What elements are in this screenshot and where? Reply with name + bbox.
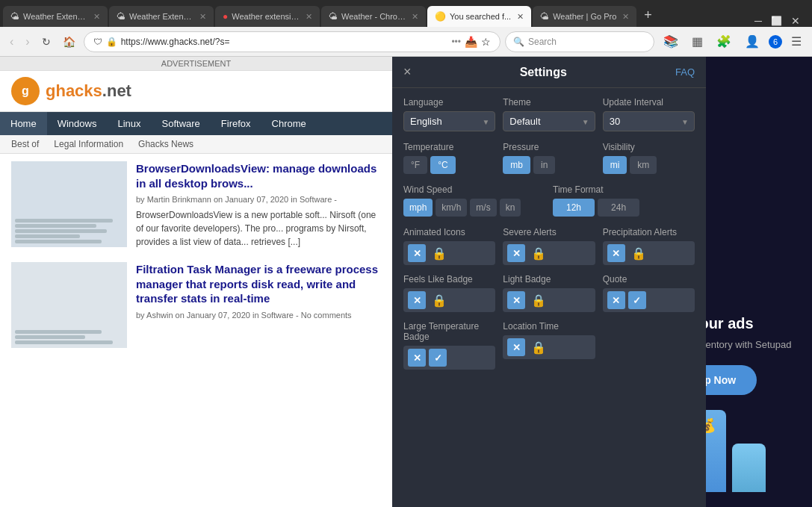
nav-firefox[interactable]: Firefox [211, 112, 261, 135]
more-button[interactable]: ••• [451, 37, 461, 47]
tab-close-2[interactable]: ✕ [199, 12, 206, 22]
logo[interactable]: g ghacks.net [11, 77, 131, 105]
theme-select[interactable]: Default Dark Light [503, 111, 595, 131]
update-interval-select[interactable]: 30 15 60 [603, 111, 695, 131]
quote-x-button[interactable]: ✕ [607, 291, 625, 309]
tab-label-5: You searched f... [450, 12, 511, 21]
animated-icons-lock-icon: 🔒 [432, 246, 447, 261]
precipitation-alerts-toggle: ✕ 🔒 [603, 241, 695, 265]
home-button[interactable]: 🏠 [59, 34, 79, 49]
location-time-x-button[interactable]: ✕ [507, 338, 525, 356]
article-1-title[interactable]: BrowserDownloadsView: manage downloads i… [136, 161, 381, 190]
severe-alerts-x-button[interactable]: ✕ [507, 244, 525, 262]
menu-button[interactable]: ☰ [787, 33, 806, 50]
feels-like-x-button[interactable]: ✕ [408, 291, 426, 309]
animated-icons-x-button[interactable]: ✕ [408, 244, 426, 262]
light-badge-group: Light Badge ✕ 🔒 [503, 274, 595, 312]
time-format-label: Time Format [553, 184, 695, 195]
quote-group: Quote ✕ ✓ [603, 274, 695, 312]
wind-kn-button[interactable]: kn [500, 199, 521, 217]
wind-kmh-button[interactable]: km/h [436, 199, 467, 217]
quote-check-button[interactable]: ✓ [628, 291, 646, 309]
new-tab-button[interactable]: + [638, 7, 658, 23]
nav-linux[interactable]: Linux [107, 112, 151, 135]
quote-label: Quote [603, 274, 695, 284]
location-time-lock-icon: 🔒 [531, 340, 546, 355]
pressure-mb-button[interactable]: mb [503, 156, 530, 174]
visibility-km-button[interactable]: km [630, 156, 657, 174]
sub-nav-legal[interactable]: Legal Information [54, 139, 123, 149]
pressure-in-button[interactable]: in [533, 156, 555, 174]
logo-text: ghacks.net [46, 81, 131, 101]
article-2-body: Filtration Task Manager is a freeware pr… [136, 262, 381, 348]
tab-close-4[interactable]: ✕ [412, 12, 418, 22]
lock-icon: 🔒 [106, 37, 117, 47]
sub-nav-news[interactable]: Ghacks News [138, 139, 193, 149]
pressure-group: Pressure mb in [503, 142, 595, 174]
forward-button[interactable]: › [22, 34, 33, 50]
tab-label-4: Weather - Chrom... [341, 12, 406, 21]
nav-software[interactable]: Software [152, 112, 211, 135]
minimize-button[interactable]: ─ [754, 15, 762, 27]
profile-button[interactable]: 👤 [740, 33, 764, 50]
wind-mph-button[interactable]: mph [403, 199, 433, 217]
address-bar[interactable]: 🛡 🔒 https://www.ghacks.net/?s= ••• 📥 ☆ [84, 31, 500, 52]
time-12h-button[interactable]: 12h [553, 199, 595, 217]
large-temp-badge-toggle: ✕ ✓ [403, 346, 495, 370]
tab-close-1[interactable]: ✕ [93, 12, 100, 22]
location-time-label: Location Time [503, 321, 595, 332]
feels-like-lock-icon: 🔒 [432, 293, 447, 308]
article-2-title[interactable]: Filtration Task Manager is a freeware pr… [136, 262, 381, 306]
ad-banner: ADVERTISEMENT [0, 57, 392, 71]
tab-1[interactable]: 🌤 Weather Extension ✕ [3, 6, 108, 27]
update-interval-select-wrapper: 30 15 60 ▼ [603, 111, 695, 131]
nav-home[interactable]: Home [0, 112, 47, 135]
toolbar: ‹ › ↻ 🏠 🛡 🔒 https://www.ghacks.net/?s= •… [0, 27, 812, 57]
tab-favicon-3: ● [223, 11, 228, 22]
visibility-toggles: mi km [603, 156, 695, 174]
sidebar-button[interactable]: ▦ [687, 33, 707, 50]
library-button[interactable]: 📚 [659, 33, 683, 50]
time-24h-button[interactable]: 24h [598, 199, 639, 217]
tab-favicon-4: 🌤 [329, 11, 338, 22]
nav-chrome[interactable]: Chrome [261, 112, 317, 135]
bookmark-icon[interactable]: ☆ [481, 36, 491, 48]
tab-3[interactable]: ● Weather extension ✕ [215, 6, 320, 27]
light-badge-lock-icon: 🔒 [531, 293, 546, 308]
wind-ms-button[interactable]: m/s [470, 199, 496, 217]
close-window-button[interactable]: ✕ [791, 15, 800, 27]
time-format-toggles: 12h 24h [553, 199, 695, 217]
settings-row-2: Temperature °F °C Pressure mb in Visibil… [403, 142, 695, 174]
settings-close-button[interactable]: × [403, 64, 412, 80]
maximize-button[interactable]: ⬜ [771, 16, 782, 26]
tab-favicon-6: 🌤 [540, 11, 549, 22]
back-button[interactable]: ‹ [6, 34, 17, 50]
extensions-button[interactable]: 🧩 [712, 33, 736, 50]
settings-faq-button[interactable]: FAQ [675, 66, 695, 78]
tab-close-3[interactable]: ✕ [306, 12, 312, 22]
search-box[interactable]: 🔍 Search [505, 31, 654, 52]
nav-windows[interactable]: Windows [47, 112, 108, 135]
tab-4[interactable]: 🌤 Weather - Chrom... ✕ [321, 6, 426, 27]
language-select[interactable]: English Spanish French [403, 111, 495, 131]
tab-6[interactable]: 🌤 Weather | Go Pro ✕ [533, 6, 636, 27]
light-badge-x-button[interactable]: ✕ [507, 291, 525, 309]
temp-f-button[interactable]: °F [403, 156, 427, 174]
precipitation-alerts-x-button[interactable]: ✕ [607, 244, 625, 262]
severe-alerts-group: Severe Alerts ✕ 🔒 [503, 227, 595, 265]
pressure-toggles: mb in [503, 156, 595, 174]
large-temp-check-button[interactable]: ✓ [429, 349, 447, 367]
tab-5-active[interactable]: 🟡 You searched f... ✕ [427, 6, 531, 27]
tab-2[interactable]: 🌤 Weather Extension ✕ [109, 6, 214, 27]
tab-close-6[interactable]: ✕ [622, 12, 629, 22]
article-1: BrowserDownloadsView: manage downloads i… [11, 161, 381, 249]
nav-menu: Home Windows Linux Software Firefox Chro… [0, 112, 392, 135]
temp-c-button[interactable]: °C [430, 156, 455, 174]
reload-button[interactable]: ↻ [38, 34, 55, 49]
article-2-thumb [11, 262, 127, 348]
sub-nav-best-of[interactable]: Best of [11, 139, 39, 149]
pocket-icon[interactable]: 📥 [465, 36, 477, 48]
visibility-mi-button[interactable]: mi [603, 156, 627, 174]
large-temp-x-button[interactable]: ✕ [408, 349, 426, 367]
tab-close-5[interactable]: ✕ [517, 12, 524, 22]
